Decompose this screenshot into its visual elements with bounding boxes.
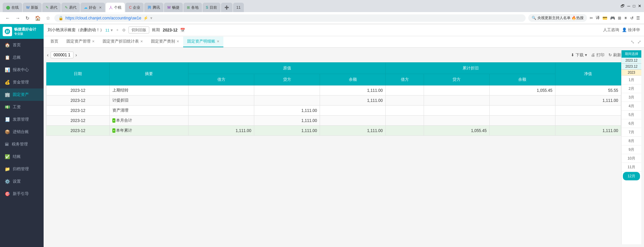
sidebar-item-home[interactable]: 🏠 首页 xyxy=(0,39,44,51)
company-dropdown[interactable]: ▾ xyxy=(111,28,113,33)
prev-page-button[interactable]: ‹ xyxy=(46,52,49,58)
reload-button[interactable]: ↻ xyxy=(24,15,31,21)
maximize-icon[interactable]: □ xyxy=(633,4,635,8)
sidebar-item-salary[interactable]: 💵 工资 xyxy=(0,101,44,113)
sidebar-item-funds[interactable]: 💰 资金管理 xyxy=(0,76,44,88)
browser-tab-6[interactable]: C企业 xyxy=(125,3,144,12)
table-row: 2023-12 资产清理 1,111.00 xyxy=(47,106,621,116)
bookmark-button[interactable]: ☆ xyxy=(45,15,52,21)
restore-icon[interactable]: 🗗 xyxy=(621,4,625,8)
search-bar[interactable]: 🔍 央视更新主持人名单 🔥热搜 xyxy=(528,14,587,22)
refresh-button[interactable]: ↻ 刷新 xyxy=(608,52,621,58)
col-orig-balance: 余额 xyxy=(320,74,386,85)
browser-tab-10[interactable]: S目前 xyxy=(203,3,220,12)
back-button[interactable]: ← xyxy=(4,15,11,21)
wallet-icon[interactable]: 💳 xyxy=(602,16,607,20)
tab-collapse-icon[interactable]: ⤡ xyxy=(631,39,635,45)
tab-close-3[interactable]: ✕ xyxy=(176,40,179,43)
game-icon[interactable]: 🎮 xyxy=(610,16,615,20)
download-button[interactable]: ⬇ 下载 ▾ xyxy=(571,52,587,58)
browser-tab-new[interactable]: ➕ xyxy=(221,3,232,12)
close-window-icon[interactable]: ✕ xyxy=(638,4,641,8)
sidebar-item-tax[interactable]: 🏛 税务管理 xyxy=(0,138,44,150)
scissors-icon[interactable]: ✂ xyxy=(590,16,593,20)
sidebar-item-ledger[interactable]: 📋 总账 xyxy=(0,51,44,64)
tab-expand-icon[interactable]: ⤢ xyxy=(637,39,641,45)
sidebar-item-settings[interactable]: ⚙️ 设置 xyxy=(0,175,44,188)
user-avatar[interactable]: 👤 徐泽华 xyxy=(622,27,640,33)
settings-icon2[interactable]: ⚙ xyxy=(122,28,126,33)
cell-summary: ▪本年累计 xyxy=(109,126,188,136)
ledger-icon: 📋 xyxy=(5,55,10,60)
brightness-icon[interactable]: ☀ xyxy=(624,16,628,20)
translate-icon[interactable]: 译 xyxy=(596,15,600,21)
browser-tab-9[interactable]: ⊞各地 xyxy=(183,3,202,12)
address-input[interactable]: 🔒 https://cloud.chanjet.com/accounting/u… xyxy=(54,14,526,22)
period-month-6[interactable]: 6月 xyxy=(622,119,641,128)
table-row: 2023-12 计提折旧 1,111.00 1,111.00 xyxy=(47,96,621,106)
page-number[interactable]: 000001 1 xyxy=(51,52,73,58)
sidebar-item-closing[interactable]: ✅ 结账 xyxy=(0,150,44,163)
switch-version-button[interactable]: 切到旧版 xyxy=(128,26,149,34)
period-month-4[interactable]: 4月 xyxy=(622,102,641,111)
forward-button[interactable]: → xyxy=(14,15,21,21)
cell-net-value: 1,111.00 xyxy=(555,96,621,106)
cell-date: 2023-12 xyxy=(47,85,110,96)
calendar-icon[interactable]: 📅 xyxy=(180,28,185,33)
period-month-5[interactable]: 5月 xyxy=(622,111,641,119)
tab-asset-detail-ledger[interactable]: 固定资产明细账 ✕ xyxy=(183,37,223,47)
sidebar-item-invoice[interactable]: 🧾 发票管理 xyxy=(0,113,44,126)
browser-tab-4[interactable]: ☁好会✕ xyxy=(80,3,105,12)
sidebar-item-fixed-assets[interactable]: 🏢 固定资产 xyxy=(0,88,44,101)
tab-close-4[interactable]: ✕ xyxy=(217,40,219,43)
tab-asset-category[interactable]: 固定资产类别 ✕ xyxy=(147,37,183,47)
col-dep-credit: 贷方 xyxy=(424,74,489,85)
security-icon: ⚡ xyxy=(143,16,148,20)
period-month-10[interactable]: 10月 xyxy=(622,154,641,163)
cell-orig-balance: 1,111.00 xyxy=(320,126,386,136)
browser-tab-count: 11 xyxy=(233,3,244,12)
support-link[interactable]: 人工咨询 xyxy=(603,27,619,33)
next-page-button[interactable]: › xyxy=(75,52,78,58)
period-month-9[interactable]: 9月 xyxy=(622,145,641,154)
minimize-icon[interactable]: ─ xyxy=(627,4,630,8)
tab-depreciation-stats[interactable]: 固定资产折旧统计表 ✕ xyxy=(99,37,147,47)
undo-icon[interactable]: ↺ xyxy=(630,16,634,20)
cell-date: 2023-12 xyxy=(47,96,110,106)
period-month-11[interactable]: 11月 xyxy=(622,163,641,172)
company-name: 刘小艳演示账套（勿删勿动！） xyxy=(48,27,104,33)
sidebar-item-archive[interactable]: 📁 归档管理 xyxy=(0,163,44,175)
print-button[interactable]: 🖨 打印 xyxy=(591,52,604,58)
tab-home[interactable]: 首页 xyxy=(46,37,62,47)
grid-icon[interactable]: ⊞ xyxy=(618,16,621,20)
main-content: ‹ 000001 1 › ⬇ 下载 ▾ 🖨 打印 xyxy=(46,50,621,244)
browser-tab-5[interactable]: 人个税 xyxy=(106,3,125,12)
home-button[interactable]: 🏠 xyxy=(34,15,42,21)
period-panel: 期间选择 2023.12 2023.12 2023 1月2月3月4月5月6月7月… xyxy=(621,50,641,244)
table-row: 2023-12 ▪本年累计 1,111.00 1,111.00 1,111.00… xyxy=(47,126,621,136)
browser-tab-1[interactable]: W新版 xyxy=(23,3,42,12)
browser-tab-0[interactable]: ⬤在线 xyxy=(3,3,22,12)
period-month-2[interactable]: 2月 xyxy=(622,84,641,93)
period-month-1[interactable]: 1月 xyxy=(622,76,641,84)
tab-close-1[interactable]: ✕ xyxy=(92,40,95,43)
browser-tab-8[interactable]: M畅捷 xyxy=(164,3,182,12)
browser-tab-7[interactable]: 腾腾讯 xyxy=(144,3,163,12)
topbar: 刘小艳演示账套（勿删勿动！） 11 ▾ ＋ ⚙ 切到旧版 账期 2023-12 … xyxy=(44,24,644,36)
period-month-8[interactable]: 8月 xyxy=(622,137,641,145)
period-month-3[interactable]: 3月 xyxy=(622,93,641,102)
cell-date: 2023-12 xyxy=(47,126,110,136)
tab-fixed-assets-mgmt[interactable]: 固定资产管理 ✕ xyxy=(62,37,99,47)
menu-icon[interactable]: ☰ xyxy=(636,16,640,20)
period-month-7[interactable]: 7月 xyxy=(622,128,641,137)
period-month-12[interactable]: 12月 xyxy=(623,172,640,181)
cell-orig-balance: 1,111.00 xyxy=(320,85,386,96)
sidebar-item-reports[interactable]: 📊 报表中心 xyxy=(0,64,44,76)
add-company-icon[interactable]: ＋ xyxy=(115,27,119,33)
browser-tab-2[interactable]: ✎易代 xyxy=(42,3,61,12)
sidebar-item-guide[interactable]: 🎯 新手引导 xyxy=(0,188,44,200)
browser-tab-3[interactable]: ✎易代 xyxy=(61,3,80,12)
tab-close-2[interactable]: ✕ xyxy=(140,40,143,43)
inventory-icon: 📦 xyxy=(5,129,10,134)
sidebar-item-inventory[interactable]: 📦 进销台账 xyxy=(0,126,44,138)
